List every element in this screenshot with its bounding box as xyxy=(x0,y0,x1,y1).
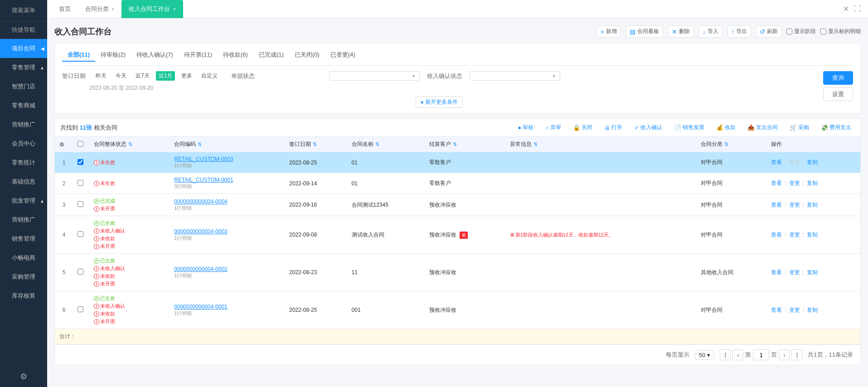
sidebar-item-wholesale-mgmt[interactable]: 批发管理 ▲ xyxy=(0,191,47,210)
income-confirm-btn[interactable]: ✓ 收入确认 xyxy=(630,122,666,133)
status-tab-pending-payment[interactable]: 待收款(8) xyxy=(218,49,253,62)
page-number-input[interactable] xyxy=(753,349,769,360)
view-link[interactable]: 查看 xyxy=(771,201,782,209)
expense-btn[interactable]: 💸 费用支出 xyxy=(817,122,855,133)
th-contract-code[interactable]: 合同编码 ⇅ xyxy=(170,137,285,152)
last-page-btn[interactable]: ⟩ xyxy=(791,349,802,360)
th-settlement-customer[interactable]: 结算客户 ⇅ xyxy=(425,137,505,152)
sidebar-item-member-center[interactable]: 会员中心 xyxy=(0,134,47,153)
abandon-btn[interactable]: ○ 弃审 xyxy=(542,122,565,133)
copy-link[interactable]: 复制 xyxy=(807,306,818,314)
date-btn-1month[interactable]: 近1月 xyxy=(156,71,175,81)
status-tab-all[interactable]: 全部(11) xyxy=(62,49,95,62)
row-checkbox[interactable] xyxy=(73,216,89,254)
sidebar-item-marketing2[interactable]: 营销推广 xyxy=(0,210,47,229)
contract-code-link[interactable]: 0000000000004-0003 xyxy=(174,228,227,235)
sidebar-search[interactable]: 搜索菜单 xyxy=(0,0,47,21)
print-btn[interactable]: 🖨 打开 xyxy=(601,122,626,133)
sales-invoice-btn[interactable]: 📄 销售发票 xyxy=(670,122,708,133)
tab-home[interactable]: 首页 xyxy=(52,0,78,18)
date-btn-yesterday[interactable]: 昨天 xyxy=(93,71,109,81)
first-page-btn[interactable]: ⟨ xyxy=(720,349,731,360)
view-link[interactable]: 查看 xyxy=(771,269,782,276)
view-link[interactable]: 查看 xyxy=(771,179,782,187)
expand-more-btn[interactable]: ▾ 展开更多条件 xyxy=(416,97,463,108)
window-maximize-btn[interactable]: ⛶ xyxy=(854,5,861,13)
purchase-btn[interactable]: 🛒 采购 xyxy=(786,122,813,133)
date-btn-7days[interactable]: 近7天 xyxy=(133,71,152,81)
select-all-checkbox[interactable] xyxy=(78,141,83,147)
add-button[interactable]: + 新增 xyxy=(596,25,621,38)
copy-link[interactable]: 复制 xyxy=(807,179,818,187)
show-fields-checkbox[interactable] xyxy=(786,29,792,34)
next-page-btn[interactable]: › xyxy=(779,349,790,360)
tab-contract-category-close[interactable]: × xyxy=(112,6,114,12)
view-link[interactable]: 查看 xyxy=(771,231,782,239)
view-link[interactable]: 查看 xyxy=(771,159,782,166)
refresh-button[interactable]: ↺ 刷新 xyxy=(756,25,782,38)
contract-code-link[interactable]: RETAIL_CUSTOM-0003 xyxy=(174,156,233,162)
status-tab-closed[interactable]: 已关闭(0) xyxy=(289,49,325,62)
contract-code-link[interactable]: 0000000000004-0002 xyxy=(174,266,227,272)
date-btn-custom[interactable]: 自定义 xyxy=(199,71,220,81)
close-btn[interactable]: 🔒 关闭 xyxy=(569,122,596,133)
delete-button[interactable]: ✕ 删除 xyxy=(668,25,694,38)
date-btn-today[interactable]: 今天 xyxy=(113,71,129,81)
review-btn[interactable]: ● 审核 xyxy=(514,122,537,133)
status-tab-completed[interactable]: 已完成(1) xyxy=(253,49,289,62)
contract-board-button[interactable]: ▤ 合同看板 xyxy=(626,25,663,38)
row-checkbox[interactable] xyxy=(73,152,89,173)
export-button[interactable]: ↑ 导出 xyxy=(727,25,751,38)
sidebar-item-inventory-calc[interactable]: 库存核算 xyxy=(0,286,47,305)
copy-link[interactable]: 复制 xyxy=(807,269,818,276)
th-overall-status[interactable]: 合同整体状态 ⇅ xyxy=(89,137,170,152)
contract-code-link[interactable]: RETAIL_CUSTOM-0001 xyxy=(174,177,233,183)
show-fields-checkbox-label[interactable]: 显示阶段 xyxy=(786,28,816,35)
status-tab-pending-income-confirm[interactable]: 待收入确认(7) xyxy=(131,49,179,62)
show-marked-checkbox-label[interactable]: 显示标的明细 xyxy=(820,28,861,35)
sidebar-item-smart-store[interactable]: 智慧门店 xyxy=(0,77,47,96)
row-checkbox[interactable] xyxy=(73,254,89,291)
change-link[interactable]: 变更 xyxy=(789,201,800,209)
sidebar-item-retail-mgmt[interactable]: 零售管理 ▲ xyxy=(0,58,47,77)
prev-page-btn[interactable]: ‹ xyxy=(732,349,743,360)
sidebar-item-xiaochangec[interactable]: 小畅电商 xyxy=(0,248,47,267)
window-close-btn[interactable]: ✕ xyxy=(842,5,849,13)
change-link[interactable]: 变更 xyxy=(789,269,800,276)
import-button[interactable]: ↓ 导入 xyxy=(698,25,723,38)
contract-code-link[interactable]: 0000000000004-0004 xyxy=(174,198,227,205)
contract-code-link[interactable]: 0000000000004-0001 xyxy=(174,304,227,310)
tab-contract-category[interactable]: 合同分类 × xyxy=(78,0,121,18)
row-checkbox[interactable] xyxy=(73,194,89,216)
th-sign-date[interactable]: 签订日期 ⇅ xyxy=(285,137,347,152)
sidebar-quick-nav[interactable]: 快捷导航 xyxy=(0,21,47,39)
table-scroll-container[interactable]: ⚙ 合同整体状态 ⇅ xyxy=(55,137,860,344)
show-marked-checkbox[interactable] xyxy=(820,29,826,34)
page-size-select[interactable]: 50 ▾ xyxy=(695,350,714,360)
tab-income-contract[interactable]: 收入合同工作台 × xyxy=(121,0,183,18)
status-tab-changed[interactable]: 已变更(4) xyxy=(325,49,361,62)
sidebar-settings[interactable]: ⚙ xyxy=(0,366,47,387)
copy-link[interactable]: 复制 xyxy=(807,201,818,209)
status-tab-pending-invoice[interactable]: 待开票(11) xyxy=(179,49,218,62)
sidebar-item-project-contract[interactable]: 项目合同 ◀ xyxy=(0,39,47,58)
query-button[interactable]: 查询 xyxy=(823,71,853,85)
change-link[interactable]: 变更 xyxy=(789,179,800,187)
status-filter-select[interactable]: ▾ xyxy=(329,71,420,81)
copy-link[interactable]: 复制 xyxy=(807,159,818,166)
row-checkbox[interactable] xyxy=(73,173,89,194)
copy-link[interactable]: 复制 xyxy=(807,231,818,239)
th-settings[interactable]: ⚙ xyxy=(55,137,73,152)
sidebar-item-purchase-mgmt[interactable]: 采购管理 xyxy=(0,267,47,286)
income-confirm-filter-select[interactable]: ▾ xyxy=(470,71,560,81)
change-link[interactable]: 变更 xyxy=(789,231,800,239)
sidebar-item-sales-mgmt[interactable]: 销售管理 xyxy=(0,229,47,248)
view-link[interactable]: 查看 xyxy=(771,306,782,314)
payment-btn[interactable]: 💰 收款 xyxy=(713,122,739,133)
th-exception-info[interactable]: 异常信息 ⇅ xyxy=(505,137,697,152)
change-link[interactable]: 变更 xyxy=(789,306,800,314)
tab-income-contract-close[interactable]: × xyxy=(173,6,175,12)
row-checkbox[interactable] xyxy=(73,291,89,329)
date-btn-more[interactable]: 更多 xyxy=(179,71,195,81)
sidebar-item-retail-commerce[interactable]: 零售商城 xyxy=(0,96,47,115)
